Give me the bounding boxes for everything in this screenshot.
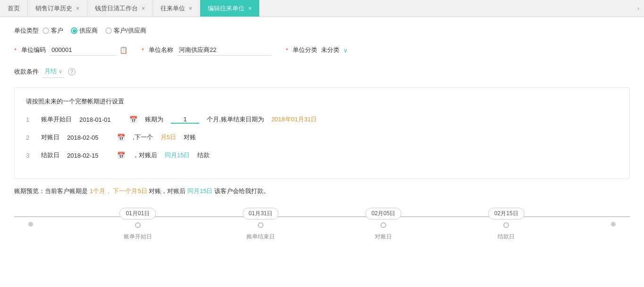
unit-type-group: 单位类型 客户 供应商 客户/供应商	[14, 26, 146, 35]
unit-code-copy-icon[interactable]: 📋	[119, 46, 127, 54]
payment-label: 收款条件	[14, 68, 39, 76]
unit-category-label: 单位分类	[293, 46, 317, 54]
timeline-node-0-pill: 01月01日	[119, 208, 156, 219]
payment-value: 月结	[44, 67, 57, 76]
step-2-highlight: 月5日	[161, 133, 176, 142]
period-input[interactable]	[171, 116, 199, 124]
timeline-node-1-circle	[258, 222, 263, 228]
step-1-num: 1	[26, 116, 34, 123]
step-1-label: 账单开始日	[41, 115, 72, 124]
step-2-cal-icon[interactable]: 📅	[117, 134, 125, 141]
step-2-date: 2018-02-05	[67, 134, 110, 141]
unit-code-input[interactable]	[50, 44, 116, 56]
radio-supplier-circle	[71, 27, 77, 34]
payment-row: 收款条件 月结 ∨ ?	[14, 65, 630, 78]
timeline-node-3-pill: 02月15日	[488, 208, 525, 219]
unit-name-star: *	[142, 47, 144, 54]
tab-contacts[interactable]: 往来单位 ×	[153, 0, 200, 17]
unit-type-label: 单位类型	[14, 26, 39, 35]
tab-more[interactable]: ›	[633, 0, 644, 17]
timeline-node-2-circle	[381, 222, 386, 228]
timeline-start-dot	[28, 222, 33, 227]
unit-code-group: * 单位编码 📋	[14, 44, 127, 56]
step-1-date: 2018-01-01	[79, 116, 122, 123]
timeline-node-3-circle	[503, 222, 509, 228]
timeline-node-2: 02月05日 对账日	[365, 208, 402, 241]
step-3-row: 3 结款日 2018-02-15 📅 ，对账后 同月15日 结款	[26, 151, 618, 160]
tab-sales-history[interactable]: 销售订单历史 ×	[28, 0, 87, 17]
step-2-label: 对账日	[41, 133, 59, 142]
step-2-suffix: 对账	[184, 133, 196, 142]
unit-name-label: 单位名称	[149, 46, 173, 54]
timeline-node-3: 02月15日 结款日	[488, 208, 525, 241]
radio-customer-circle	[42, 27, 49, 34]
timeline-nodes: 01月01日 账单开始日 01月31日 账单结束日 02月05日 对账日	[28, 208, 616, 241]
unit-info-row: * 单位编码 📋 * 单位名称 * 单位分类 未分类 ∨	[14, 44, 630, 56]
preview-mid: 对账，对账后	[149, 187, 186, 194]
timeline-node-1: 01月31日 账单结束日	[243, 208, 279, 241]
unit-category-star: *	[286, 47, 288, 54]
preview-part2: 下一个月5日	[113, 187, 147, 194]
tab-home[interactable]: 首页	[0, 0, 28, 17]
radio-both-circle	[105, 27, 112, 34]
unit-type-row: 单位类型 客户 供应商 客户/供应商	[14, 26, 630, 35]
step-3-prefix: ，对账后	[133, 151, 157, 160]
unit-category-value: 未分类	[321, 46, 339, 54]
radio-supplier[interactable]: 供应商	[71, 26, 98, 35]
unit-code-label: 单位编码	[21, 46, 46, 54]
step-1-row: 1 账单开始日 2018-01-01 📅 账期为 个月,账单结束日期为 2018…	[26, 115, 618, 124]
help-icon[interactable]: ?	[68, 68, 76, 76]
timeline-node-0-circle	[135, 222, 141, 228]
timeline-node-1-label: 账单结束日	[246, 233, 275, 241]
step-3-num: 3	[26, 152, 34, 159]
step-2-num: 2	[26, 134, 34, 141]
tab-cashflow[interactable]: 钱货日清工作台 ×	[87, 0, 153, 17]
timeline-node-2-label: 对账日	[375, 233, 392, 241]
timeline-node-0-label: 账单开始日	[124, 233, 152, 241]
settings-box: 请按照未来的一个完整帐期进行设置 1 账单开始日 2018-01-01 📅 账期…	[14, 87, 630, 179]
settings-title: 请按照未来的一个完整帐期进行设置	[26, 97, 618, 106]
payment-dropdown[interactable]: 月结 ∨	[42, 65, 64, 78]
tab-edit-contact-close[interactable]: ×	[248, 5, 252, 12]
step-3-cal-icon[interactable]: 📅	[117, 152, 125, 159]
tab-cashflow-close[interactable]: ×	[142, 5, 145, 12]
tab-contacts-close[interactable]: ×	[189, 5, 192, 12]
radio-both[interactable]: 客户/供应商	[105, 26, 146, 35]
unit-code-star: *	[14, 47, 17, 54]
timeline-node-0: 01月01日 账单开始日	[119, 208, 156, 241]
step-2-prefix: ,下一个	[133, 133, 153, 142]
chevron-down-icon: ∨	[343, 47, 348, 54]
tab-edit-contact[interactable]: 编辑往来单位 ×	[200, 0, 260, 17]
timeline-node-3-label: 结款日	[498, 233, 515, 241]
tab-bar: 首页 销售订单历史 × 钱货日清工作台 × 往来单位 × 编辑往来单位 × ›	[0, 0, 644, 17]
step-1-cal-icon[interactable]: 📅	[129, 116, 137, 123]
step-2-row: 2 对账日 2018-02-05 📅 ,下一个 月5日 对账	[26, 133, 618, 142]
preview-part1: 1个月，	[90, 187, 111, 194]
unit-category-dropdown[interactable]: 未分类 ∨	[321, 46, 348, 54]
step-3-label: 结款日	[41, 151, 59, 160]
timeline-container: 01月01日 账单开始日 01月31日 账单结束日 02月05日 对账日	[14, 208, 630, 241]
preview-part3: 同月15日	[187, 187, 212, 194]
step-1-prefix: 账期为	[145, 115, 163, 124]
unit-category-group: * 单位分类 未分类 ∨	[286, 46, 348, 54]
unit-name-input[interactable]	[177, 44, 271, 56]
step-3-highlight: 同月15日	[165, 151, 190, 160]
radio-group: 客户 供应商 客户/供应商	[42, 26, 146, 35]
tab-sales-history-close[interactable]: ×	[76, 5, 79, 12]
payment-group: 收款条件 月结 ∨ ?	[14, 65, 76, 78]
timeline-node-2-pill: 02月05日	[365, 208, 402, 219]
radio-customer[interactable]: 客户	[42, 26, 63, 35]
timeline-end-dot	[611, 222, 616, 227]
step-1-suffix: 个月,账单结束日期为	[207, 115, 264, 124]
step-1-highlight: 2018年01月31日	[271, 115, 317, 124]
step-3-suffix: 结款	[197, 151, 210, 160]
preview-label: 账期预览：当前客户账期是	[14, 187, 88, 194]
preview-end: 该客户会给我打款。	[214, 187, 270, 194]
payment-chevron-icon: ∨	[59, 68, 62, 75]
timeline-node-1-pill: 01月31日	[243, 208, 279, 219]
unit-name-group: * 单位名称	[142, 44, 271, 56]
main-content: 单位类型 客户 供应商 客户/供应商 * 单位编码	[0, 17, 644, 287]
step-3-date: 2018-02-15	[67, 152, 110, 159]
preview-text: 账期预览：当前客户账期是 1个月， 下一个月5日 对账，对账后 同月15日 该客…	[14, 186, 630, 196]
